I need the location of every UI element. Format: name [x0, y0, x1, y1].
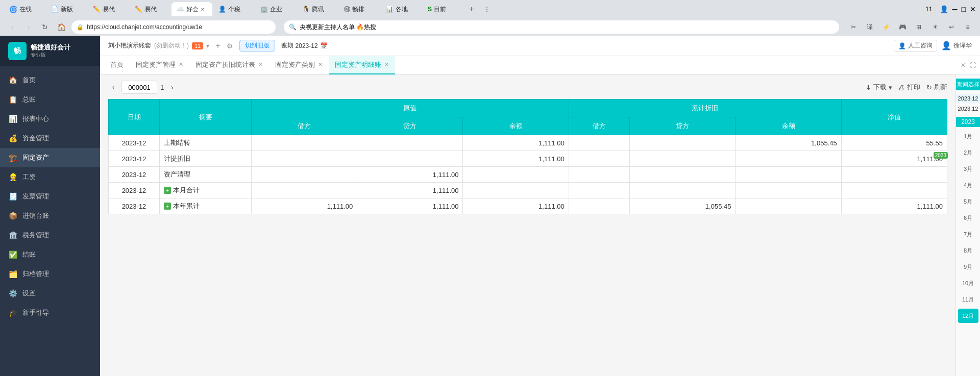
guide-icon: 🎓: [8, 308, 17, 317]
row4-net-value: [841, 183, 947, 198]
extension-2[interactable]: 🎮: [896, 21, 909, 33]
browser-tab-changpai[interactable]: Ⓜ 畅排: [339, 2, 380, 16]
url-bar[interactable]: 🔒 https://cloud.chanjet.com/accounting/u…: [71, 20, 276, 34]
user-info[interactable]: 👤 徐译华: [941, 41, 972, 51]
minimize-btn[interactable]: ─: [952, 5, 958, 13]
download-btn[interactable]: ⬇ 下载 ▾: [866, 83, 892, 92]
month-11[interactable]: 11月: [958, 292, 978, 307]
extensions-btn[interactable]: ⋮: [480, 2, 494, 16]
browser-tab-close[interactable]: ✕: [201, 7, 205, 12]
month-4[interactable]: 4月: [958, 178, 978, 192]
browser-tab-tengxun[interactable]: 🐧 腾讯: [297, 2, 338, 16]
page-number-input[interactable]: [121, 81, 157, 94]
forward-btn[interactable]: ›: [22, 21, 35, 33]
sidebar-item-settings[interactable]: ⚙️ 设置: [0, 284, 100, 303]
add-account-btn[interactable]: +: [215, 41, 220, 51]
month-5[interactable]: 5月: [958, 194, 978, 209]
back-btn[interactable]: ‹: [6, 21, 18, 33]
tab-depreciation-stats-label: 固定资产折旧统计表: [195, 60, 255, 69]
tab-asset-category-close[interactable]: ✕: [318, 61, 323, 68]
browser-tab-new[interactable]: 📄 新版: [46, 2, 87, 16]
account-selector[interactable]: 刘小艳演示账套 (勿删勿动！) 11 ▾: [108, 41, 209, 50]
browser-tab-qiye[interactable]: 🏢 企业: [255, 2, 296, 16]
month-6[interactable]: 6月: [958, 211, 978, 225]
extension-1[interactable]: ⚡: [880, 21, 892, 33]
month-1[interactable]: 1月: [958, 129, 978, 143]
tab-asset-detail-ledger-label: 固定资产明细账: [335, 60, 381, 69]
row1-net-value: 55.55: [841, 135, 947, 151]
browser-tab-muqian[interactable]: S 目前: [423, 2, 463, 16]
sidebar-item-tax[interactable]: 🏛️ 税务管理: [0, 225, 100, 245]
brightness-btn[interactable]: ☀: [929, 21, 941, 33]
print-icon: 🖨: [898, 84, 905, 91]
calendar-icon[interactable]: 📅: [320, 42, 328, 49]
sidebar-item-reports[interactable]: 📊 报表中心: [0, 109, 100, 129]
sidebar-item-archive[interactable]: 🗂️ 归档管理: [0, 264, 100, 284]
close-all-tabs-btn[interactable]: ✕ ⛶: [961, 62, 976, 69]
maximize-btn[interactable]: □: [962, 5, 966, 13]
extension-count[interactable]: 11: [922, 5, 935, 13]
tab-asset-detail-ledger[interactable]: 固定资产明细账 ✕: [329, 56, 395, 74]
tab-fixed-assets-mgmt[interactable]: 固定资产管理 ✕: [130, 56, 189, 74]
sidebar-item-general-ledger[interactable]: 📋 总账: [0, 90, 100, 109]
sidebar-item-funds[interactable]: 💰 资金管理: [0, 129, 100, 148]
browser-tab-yidai1[interactable]: ✏️ 易代: [88, 2, 129, 16]
tab-depreciation-stats-close[interactable]: ✕: [258, 61, 263, 68]
period-selected-1[interactable]: 2023.12: [956, 94, 980, 103]
close-btn[interactable]: ✕: [970, 5, 976, 13]
month-12[interactable]: 12月: [958, 309, 978, 323]
next-page-btn[interactable]: ›: [167, 82, 177, 92]
menu-btn[interactable]: ≡: [962, 21, 974, 33]
sidebar-item-fixed-assets[interactable]: 🏗️ 固定资产: [0, 148, 100, 167]
home-btn[interactable]: 🏠: [55, 21, 67, 33]
new-tab-button[interactable]: +: [464, 2, 479, 16]
month-8[interactable]: 8月: [958, 243, 978, 258]
month-2[interactable]: 2月: [958, 145, 978, 160]
undo-btn[interactable]: ↩: [945, 21, 958, 33]
sidebar-item-purchase-sale[interactable]: 📦 进销台账: [0, 206, 100, 225]
sidebar-item-invoice[interactable]: 🧾 发票管理: [0, 187, 100, 206]
month-10[interactable]: 10月: [958, 276, 978, 290]
period-selected-2[interactable]: 2023.12: [956, 105, 980, 113]
scissors-btn[interactable]: ✂: [847, 21, 860, 33]
tab-fixed-assets-mgmt-close[interactable]: ✕: [179, 61, 183, 68]
tab-depreciation-stats[interactable]: 固定资产折旧统计表 ✕: [189, 56, 269, 74]
browser-tab-gedi[interactable]: 📊 各地: [381, 2, 422, 16]
month-7[interactable]: 7月: [958, 227, 978, 241]
sidebar-item-closing[interactable]: ✅ 结账: [0, 245, 100, 264]
sidebar-item-home[interactable]: 🏠 首页: [0, 70, 100, 90]
browser-profile[interactable]: 👤: [940, 5, 948, 13]
home-icon: 🏠: [8, 76, 17, 85]
browser-tab-geshui[interactable]: 👤 个税: [213, 2, 254, 16]
browser-tab-haohui[interactable]: ☁️ 好会 ✕: [172, 2, 212, 16]
main-content: 刘小艳演示账套 (勿删勿动！) 11 ▾ + ⚙ 切到旧版 账期 2023-12…: [100, 36, 980, 376]
switch-to-old-btn[interactable]: 切到旧版: [239, 40, 275, 52]
tab-asset-detail-ledger-close[interactable]: ✕: [384, 61, 389, 68]
prev-page-btn[interactable]: ‹: [108, 82, 118, 92]
tab-asset-category[interactable]: 固定资产类别 ✕: [269, 56, 329, 74]
month-9[interactable]: 9月: [958, 260, 978, 274]
sidebar-label-fixed-assets: 固定资产: [22, 153, 49, 162]
reload-btn[interactable]: ↻: [39, 21, 51, 33]
app-header: 刘小艳演示账套 (勿删勿动！) 11 ▾ + ⚙ 切到旧版 账期 2023-12…: [100, 36, 980, 56]
search-bar[interactable]: 🔍 央视更新主持人名单 🔥热搜: [284, 20, 839, 34]
human-service-btn[interactable]: 👤 人工咨询: [894, 40, 937, 52]
sidebar-item-guide[interactable]: 🎓 新手引导: [0, 303, 100, 322]
period-info: 账期 2023-12 📅: [281, 41, 328, 50]
month-3[interactable]: 3月: [958, 162, 978, 176]
sidebar-label-invoice: 发票管理: [22, 192, 49, 201]
browser-tab-online[interactable]: 🌀 在线: [4, 2, 45, 16]
translate-btn[interactable]: 译: [864, 21, 876, 33]
refresh-btn[interactable]: ↻ 刷新: [926, 83, 947, 92]
tab-home[interactable]: 首页: [104, 56, 130, 74]
row2-dep-credit: [630, 151, 736, 167]
browser-tab-yidai2[interactable]: ✏️ 易代: [130, 2, 170, 16]
grid-btn[interactable]: ⊞: [913, 21, 925, 33]
row4-dep-debit: [569, 183, 630, 198]
print-btn[interactable]: 🖨 打印: [898, 83, 920, 92]
sidebar-item-payroll[interactable]: 👷 工资: [0, 167, 100, 187]
row3-dep-balance: [736, 167, 841, 183]
settings-btn[interactable]: ⚙: [227, 42, 233, 50]
row2-dep-debit: [569, 151, 630, 167]
download-icon: ⬇: [866, 84, 871, 91]
